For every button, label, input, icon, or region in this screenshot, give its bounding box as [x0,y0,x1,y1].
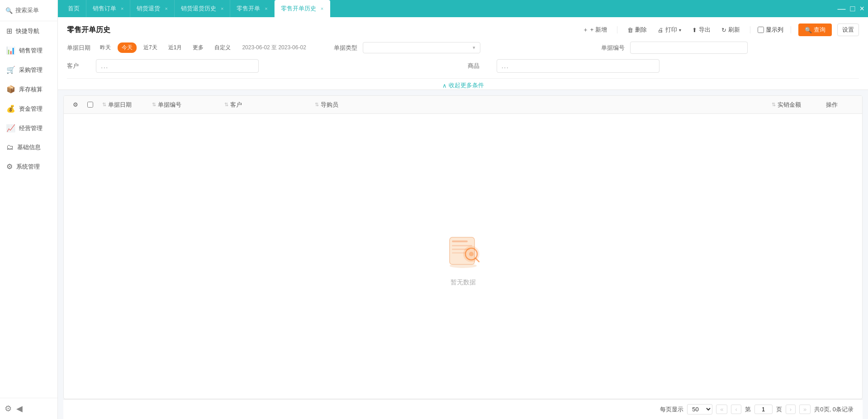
sidebar-item-basic-info[interactable]: 🗂基础信息 [0,138,57,157]
last-page-btn[interactable]: » [799,405,811,414]
sidebar-bottom: ⚙ ◀ [0,398,57,419]
collapse-up-icon: ∧ [442,82,447,89]
delete-button[interactable]: 🗑 删除 [625,24,650,36]
sidebar-label-quick-nav: 快捷导航 [16,27,39,35]
goods-select[interactable]: ... [497,59,659,73]
customer-select[interactable]: ... [96,59,259,73]
tab-close-retail-open[interactable]: × [265,6,267,11]
window-minimize-btn[interactable]: — [838,4,846,14]
refresh-button[interactable]: ↻ 刷新 [719,24,743,36]
delete-icon: 🗑 [627,27,633,33]
add-label: + 新增 [590,26,607,34]
window-close-btn[interactable]: × [859,4,864,14]
export-button[interactable]: ⬆ 导出 [689,24,713,36]
filter-row-2: 客户 ... 商品 ... [67,59,859,73]
th-sort-icon[interactable]: ⇅ [102,102,106,108]
settings-label: 设置 [842,26,854,34]
sidebar-item-finance[interactable]: 💰资金管理 [0,99,57,118]
display-cols-label: 显示列 [766,26,783,34]
empty-text: 暂无数据 [451,278,476,287]
tab-label-sales-return: 销货退货 [137,5,160,13]
sidebar-item-inventory[interactable]: 📦库存核算 [0,80,57,99]
th-amount-sort-icon[interactable]: ⇅ [772,102,776,108]
customer-select-dots: ... [101,62,108,70]
query-button[interactable]: 🔍 查询 [798,24,832,36]
th-amount-label: 实销金额 [778,101,801,109]
display-cols-checkbox[interactable] [758,27,764,33]
th-action: 操作 [821,101,858,109]
th-num-sort-icon[interactable]: ⇅ [152,102,156,108]
th-checkbox[interactable] [83,102,98,108]
sidebar-item-sales-mgmt[interactable]: 📊销售管理 [0,41,57,60]
tab-close-retail-open-history[interactable]: × [321,6,323,11]
collapse-label: 收起更多条件 [449,81,484,89]
tab-sales-return-history[interactable]: 销货退货历史× [175,0,230,17]
svg-rect-2 [452,240,468,242]
print-button[interactable]: 🖨 打印 ▾ [655,24,684,36]
sidebar-label-sys-mgmt: 系统管理 [16,163,40,171]
date-btn-自定义[interactable]: 自定义 [210,42,235,53]
th-customer-sort-icon[interactable]: ⇅ [224,102,228,108]
tab-close-sales-return[interactable]: × [165,6,167,11]
column-settings-icon[interactable]: ⚙ [73,101,78,108]
tab-sales-return[interactable]: 销货退货× [130,0,174,17]
type-select[interactable]: ▾ [363,42,480,53]
sidebar-item-quick-nav[interactable]: ⊞快捷导航 [0,21,57,41]
sidebar-search[interactable]: 🔍 搜索采单 [0,0,57,21]
sidebar-icon-purchase-mgmt: 🛒 [6,66,15,74]
table-area: ⚙ ⇅ 单据日期 ⇅ 单据编号 ⇅ 客户 ⇅ [63,95,863,399]
page-number-input[interactable] [754,405,773,414]
sidebar-label-purchase-mgmt: 采购管理 [19,66,43,74]
date-btn-近7天[interactable]: 近7天 [139,42,161,53]
date-btn-昨天[interactable]: 昨天 [96,42,115,53]
add-icon: ＋ [583,26,588,34]
tab-retail-open[interactable]: 零售开单× [230,0,274,17]
th-guide: ⇅ 导购员 [310,101,365,109]
query-icon: 🔍 [805,27,812,33]
tab-close-sales-order[interactable]: × [121,6,123,11]
add-button[interactable]: ＋ + 新增 [580,24,610,36]
collapse-button[interactable]: ∧ 收起更多条件 [67,78,859,89]
goods-label: 商品 [468,62,493,70]
tab-retail-open-history[interactable]: 零售开单历史× [275,0,330,17]
filter-row-1: 单据日期 昨天今天近7天近1月更多自定义 2023-06-02 至 2023-0… [67,42,859,54]
print-icon: 🖨 [658,27,664,33]
collapse-sidebar-icon[interactable]: ◀ [16,404,23,414]
page-label: 第 [745,405,751,414]
settings-bottom-icon[interactable]: ⚙ [5,404,12,414]
sidebar-item-operations[interactable]: 📈经营管理 [0,118,57,138]
prev-page-btn[interactable]: ‹ [731,405,741,414]
window-restore-btn[interactable]: □ [850,4,855,14]
tab-bar-right: — □ × [838,4,864,14]
tab-sales-order[interactable]: 销售订单× [86,0,130,17]
number-filter-section: 单据编号 [601,42,859,54]
number-label: 单据编号 [601,44,626,52]
date-btn-今天[interactable]: 今天 [118,42,137,53]
number-input[interactable] [630,42,748,54]
date-btn-近1月[interactable]: 近1月 [164,42,186,53]
divider-1 [617,26,617,33]
tab-home[interactable]: 首页 [62,0,86,17]
delete-label: 删除 [635,26,647,34]
tab-close-sales-return-history[interactable]: × [221,6,223,11]
display-cols-check[interactable]: 显示列 [758,26,783,34]
select-all-checkbox[interactable] [87,102,93,108]
tab-label-home: 首页 [68,5,80,13]
first-page-btn[interactable]: « [716,405,727,414]
sidebar-item-sys-mgmt[interactable]: ⚙系统管理 [0,157,57,176]
page-size-select[interactable]: 20 50 100 [687,404,712,414]
export-label: 导出 [699,26,711,34]
sidebar-icon-basic-info: 🗂 [6,143,14,151]
type-dropdown-icon: ▾ [473,45,475,51]
sidebar-icon-sales-mgmt: 📊 [6,46,15,55]
sidebar-item-purchase-mgmt[interactable]: 🛒采购管理 [0,60,57,80]
empty-illustration [441,226,486,271]
th-settings[interactable]: ⚙ [68,101,83,108]
date-label: 单据日期 [67,44,92,52]
settings-button[interactable]: 设置 [837,24,859,36]
th-guide-sort-icon[interactable]: ⇅ [315,102,319,108]
th-num-label: 单据编号 [158,101,181,109]
date-btn-更多[interactable]: 更多 [189,42,208,53]
divider-2 [750,26,750,33]
next-page-btn[interactable]: › [786,405,796,414]
